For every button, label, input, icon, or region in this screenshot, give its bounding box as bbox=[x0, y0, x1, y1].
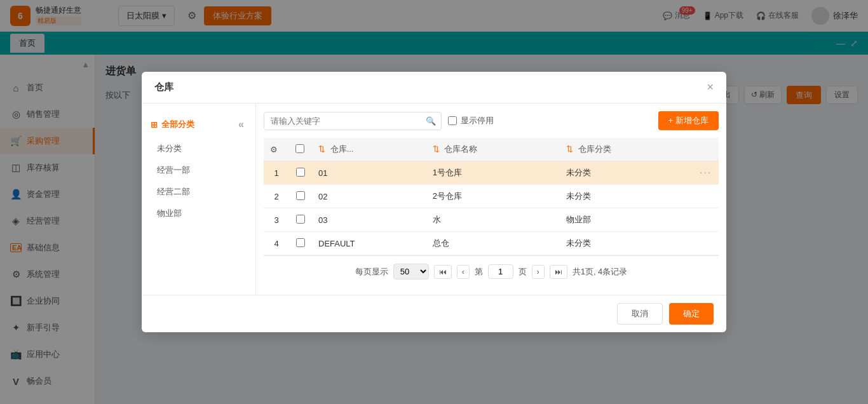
th-category: ⇅ 仓库分类 bbox=[560, 138, 693, 161]
next-page-btn[interactable]: › bbox=[532, 265, 545, 279]
modal-overlay: 仓库 × ⊞ 全部分类 « 未分类 经营一部 bbox=[0, 0, 868, 404]
table-row[interactable]: 3 03 水 物业部 bbox=[264, 208, 719, 232]
search-input-wrap: 🔍 bbox=[264, 112, 442, 130]
total-info: 共1页, 4条记录 bbox=[573, 266, 628, 278]
td-more-1: ··· bbox=[693, 161, 719, 185]
header-row: ⚙ ⇅ 仓库... ⇅ bbox=[264, 138, 719, 161]
table-row[interactable]: 1 01 1号仓库 未分类 ··· bbox=[264, 161, 719, 185]
table-header: ⚙ ⇅ 仓库... ⇅ bbox=[264, 138, 719, 161]
select-all-checkbox[interactable] bbox=[295, 144, 304, 153]
more-icon-1[interactable]: ··· bbox=[700, 167, 712, 178]
pagination: 每页显示 50 10 20 100 ⏮ ‹ 第 页 › ⏭ 共1页, 4条记录 bbox=[264, 255, 719, 287]
td-checkbox bbox=[289, 185, 312, 208]
last-page-btn[interactable]: ⏭ bbox=[550, 265, 567, 279]
td-category-3: 物业部 bbox=[560, 208, 693, 232]
prev-page-btn[interactable]: ‹ bbox=[457, 265, 470, 279]
first-page-btn[interactable]: ⏮ bbox=[434, 265, 452, 279]
td-more-2 bbox=[693, 185, 719, 208]
show-disabled-checkbox[interactable] bbox=[448, 116, 457, 125]
table-body: 1 01 1号仓库 未分类 ··· 2 bbox=[264, 161, 719, 255]
td-more-4 bbox=[693, 232, 719, 255]
confirm-button[interactable]: 确定 bbox=[669, 303, 714, 325]
sort-icon: ⇅ bbox=[318, 144, 325, 154]
td-row-no: 2 bbox=[264, 185, 289, 208]
th-code: ⇅ 仓库... bbox=[312, 138, 426, 161]
close-icon[interactable]: × bbox=[707, 81, 714, 94]
td-category-4: 未分类 bbox=[560, 232, 693, 255]
sort-icon-name: ⇅ bbox=[433, 144, 440, 154]
search-icon[interactable]: 🔍 bbox=[421, 112, 441, 130]
td-code-1: 01 bbox=[312, 161, 426, 185]
per-page-select[interactable]: 50 10 20 100 bbox=[393, 264, 429, 279]
page-input[interactable] bbox=[488, 264, 513, 279]
table-wrapper: ⚙ ⇅ 仓库... ⇅ bbox=[264, 138, 719, 255]
th-checkbox bbox=[289, 138, 312, 161]
td-checkbox bbox=[289, 232, 312, 255]
td-row-no: 3 bbox=[264, 208, 289, 232]
th-name: ⇅ 仓库名称 bbox=[426, 138, 560, 161]
table-row[interactable]: 2 02 2号仓库 未分类 bbox=[264, 185, 719, 208]
row-checkbox-3[interactable] bbox=[296, 215, 305, 224]
settings-icon: ⚙ bbox=[270, 145, 278, 154]
td-code-3: 03 bbox=[312, 208, 426, 232]
add-warehouse-button[interactable]: + 新增仓库 bbox=[658, 111, 719, 130]
grid-icon: ⊞ bbox=[151, 120, 158, 130]
td-checkbox bbox=[289, 161, 312, 185]
td-row-no: 4 bbox=[264, 232, 289, 255]
td-row-no: 1 bbox=[264, 161, 289, 185]
warehouse-table: ⚙ ⇅ 仓库... ⇅ bbox=[264, 138, 719, 255]
table-panel: 🔍 显示停用 + 新增仓库 ⚙ bbox=[256, 104, 726, 295]
modal-body: ⊞ 全部分类 « 未分类 经营一部 经营二部 物业部 bbox=[142, 104, 726, 295]
search-input[interactable] bbox=[264, 112, 421, 130]
td-name-2: 2号仓库 bbox=[426, 185, 560, 208]
table-row[interactable]: 4 DEFAULT 总仓 未分类 bbox=[264, 232, 719, 255]
sort-icon-category: ⇅ bbox=[566, 144, 573, 154]
th-actions bbox=[693, 138, 719, 161]
all-categories-header[interactable]: ⊞ 全部分类 « bbox=[142, 111, 255, 138]
td-more-3 bbox=[693, 208, 719, 232]
row-checkbox-4[interactable] bbox=[296, 238, 305, 247]
row-checkbox-2[interactable] bbox=[296, 191, 305, 200]
td-code-4: DEFAULT bbox=[312, 232, 426, 255]
category-item-ops1[interactable]: 经营一部 bbox=[142, 159, 255, 181]
td-category-1: 未分类 bbox=[560, 161, 693, 185]
td-name-4: 总仓 bbox=[426, 232, 560, 255]
warehouse-modal: 仓库 × ⊞ 全部分类 « 未分类 经营一部 bbox=[142, 72, 726, 332]
collapse-icon[interactable]: « bbox=[236, 116, 247, 133]
show-disabled-wrap: 显示停用 bbox=[448, 115, 494, 126]
category-panel: ⊞ 全部分类 « 未分类 经营一部 经营二部 物业部 bbox=[142, 104, 256, 295]
modal-title: 仓库 bbox=[154, 81, 173, 93]
td-category-2: 未分类 bbox=[560, 185, 693, 208]
modal-header: 仓库 × bbox=[142, 72, 726, 104]
category-item-ops2[interactable]: 经营二部 bbox=[142, 181, 255, 203]
table-toolbar: 🔍 显示停用 + 新增仓库 bbox=[264, 111, 719, 130]
category-item-property[interactable]: 物业部 bbox=[142, 203, 255, 224]
row-checkbox-1[interactable] bbox=[296, 168, 305, 177]
category-item-uncategorized[interactable]: 未分类 bbox=[142, 138, 255, 159]
td-checkbox bbox=[289, 208, 312, 232]
td-name-1: 1号仓库 bbox=[426, 161, 560, 185]
th-settings: ⚙ bbox=[264, 138, 289, 161]
modal-footer: 取消 确定 bbox=[142, 295, 726, 332]
cancel-button[interactable]: 取消 bbox=[617, 303, 663, 325]
td-code-2: 02 bbox=[312, 185, 426, 208]
td-name-3: 水 bbox=[426, 208, 560, 232]
